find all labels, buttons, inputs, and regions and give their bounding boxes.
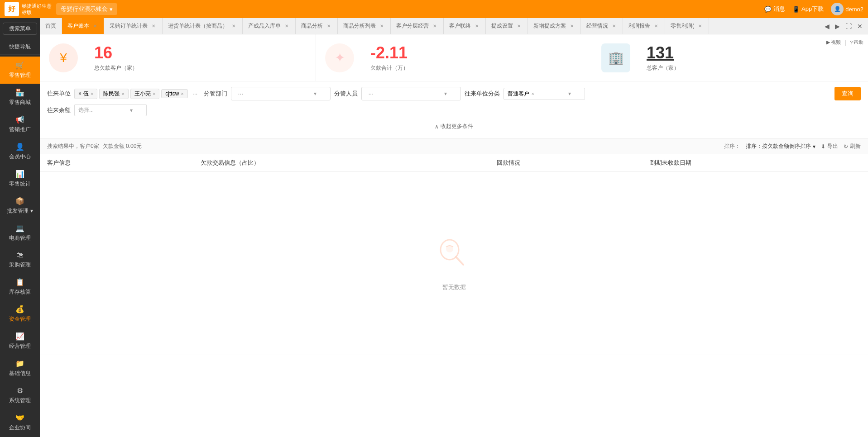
tab-close-icon[interactable]: ✕ <box>516 23 522 29</box>
video-help-button[interactable]: ▶ 视频 <box>826 39 841 46</box>
unit-class-tag[interactable]: 普通客户 × <box>508 90 534 98</box>
results-info: 搜索结果中，客户0家 欠款金额 0.00元 <box>47 142 142 150</box>
tab-expand-button[interactable]: ⛶ <box>844 21 854 32</box>
sidebar-item-label: 采购管理 <box>9 261 31 269</box>
sidebar-item-label: 经营管理 <box>9 342 31 350</box>
tab-customer-contact[interactable]: 客户联络 ✕ <box>444 18 486 34</box>
tab-profit-report[interactable]: 利润报告 ✕ <box>623 18 665 34</box>
sidebar-item-corp-coop[interactable]: 🤝 企业协同 <box>0 409 40 436</box>
filter-row-2: 往来余额 选择... ▾ <box>47 104 861 116</box>
tab-close-icon[interactable]: ✕ <box>611 23 617 29</box>
sidebar-item-operation[interactable]: 📈 经营管理 <box>0 328 40 355</box>
sidebar-item-system[interactable]: ⚙ 系统管理 <box>0 382 40 409</box>
sidebar-item-label: 系统管理 <box>9 397 31 404</box>
remove-tag-chen[interactable]: × <box>121 91 124 96</box>
table-body: 暂无数据 <box>40 172 868 355</box>
logo-icon: 好 <box>5 2 19 16</box>
unit-class-filter-input[interactable]: 普通客户 × ▾ <box>504 88 585 100</box>
tab-new-scheme[interactable]: 新增提成方案 ✕ <box>528 18 581 34</box>
debt-amount-text: 欠款金额 0.00元 <box>103 142 142 150</box>
sidebar-item-purchase[interactable]: 🛍 采购管理 <box>0 247 40 273</box>
tab-close-icon[interactable]: ✕ <box>569 23 575 29</box>
filter-tag-wu[interactable]: × 伍 × <box>74 89 97 99</box>
col-repayment: 回款情况 <box>489 154 643 172</box>
sidebar-quick-nav[interactable]: 快捷导航 <box>0 39 40 55</box>
remove-tag-wang[interactable]: × <box>153 91 155 96</box>
sidebar-item-ecommerce[interactable]: 💻 电商管理 <box>0 219 40 247</box>
marketing-icon: 📢 <box>15 115 24 124</box>
tab-home[interactable]: 首页 <box>40 18 62 34</box>
sidebar-item-member[interactable]: 👤 会员中心 <box>0 138 40 165</box>
sidebar-search[interactable]: 搜索菜单 <box>0 18 40 39</box>
dropdown-arrow-icon: ▾ <box>110 6 113 13</box>
tab-inventory-stats[interactable]: 进货单统计表（按商品） ✕ <box>163 18 243 34</box>
sidebar-item-retail-mall[interactable]: 🏪 零售商城 <box>0 84 40 111</box>
edition-selector[interactable]: 母婴行业演示账套 ▾ <box>56 3 117 15</box>
filter-more-button[interactable]: ··· <box>190 89 201 98</box>
filter-tag-chen[interactable]: 陈民强 × <box>99 89 128 99</box>
filter-tag-cjttcw[interactable]: cjttcw × <box>161 89 187 98</box>
export-button[interactable]: ⬇ 导出 <box>821 142 838 150</box>
sort-label: 排序：按欠款金额倒序排序 <box>746 142 811 150</box>
tab-close-icon[interactable]: ✕ <box>326 23 332 29</box>
person-filter-input[interactable]: ··· ▾ <box>361 87 461 100</box>
sidebar-item-wholesale[interactable]: 📦 批发管理 ▾ <box>0 192 40 219</box>
message-icon: 💬 <box>764 6 772 13</box>
tab-next-button[interactable]: ▶ <box>833 21 842 32</box>
app-download-button[interactable]: 📱 App下载 <box>792 5 824 13</box>
sidebar-item-basic-info[interactable]: 📁 基础信息 <box>0 355 40 382</box>
balance-filter-label: 往来余额 <box>47 106 71 114</box>
empty-state: 暂无数据 <box>40 199 868 328</box>
message-button[interactable]: 💬 消息 <box>764 5 785 13</box>
col-customer-info: 客户信息 <box>40 154 193 172</box>
sidebar-item-finance[interactable]: 💰 资金管理 <box>0 300 40 328</box>
stat-block-customers: ¥ 16 总欠款客户（家） <box>40 34 316 81</box>
tab-close-all-button[interactable]: ✕ <box>855 21 864 32</box>
tab-close-icon[interactable]: ✕ <box>230 23 237 29</box>
refresh-button[interactable]: ↻ 刷新 <box>844 142 861 150</box>
query-button[interactable]: 查询 <box>834 87 861 100</box>
tab-close-icon[interactable]: ✕ <box>379 23 385 29</box>
sidebar-item-retail-mgmt[interactable]: 🛒 零售管理 <box>0 57 40 84</box>
stat-value-debt: -2.11 <box>370 43 408 62</box>
user-menu[interactable]: 👤 demo2 <box>831 3 863 15</box>
tab-cost-in[interactable]: 产成品入库单 ✕ <box>243 18 296 34</box>
tab-close-icon[interactable]: ✕ <box>283 23 290 29</box>
sidebar-item-marketing[interactable]: 📢 营销推广 <box>0 111 40 138</box>
balance-filter-input[interactable]: 选择... ▾ <box>74 104 147 116</box>
stat-text-group-2: -2.11 欠款合计（万） <box>370 43 408 72</box>
dept-filter-input[interactable]: ··· ▾ <box>231 87 331 100</box>
tab-reminder-settings[interactable]: 提成设置 ✕ <box>486 18 528 34</box>
tab-close-icon[interactable]: ✕ <box>697 23 703 29</box>
tab-purchase-order-stats[interactable]: 采购订单统计表 ✕ <box>104 18 163 34</box>
sidebar-item-retail-stats[interactable]: 📊 零售统计 <box>0 165 40 192</box>
sort-dropdown[interactable]: 排序：按欠款金额倒序排序 ▾ <box>746 142 815 150</box>
tab-prev-button[interactable]: ◀ <box>823 21 831 32</box>
video-icon: ▶ <box>826 39 830 45</box>
tab-customer-segment[interactable]: 客户分层经营 ✕ <box>391 18 444 34</box>
tab-close-icon[interactable]: ✕ <box>653 23 659 29</box>
tab-customer-account[interactable]: 客户账本 ✕ <box>62 18 104 34</box>
tab-goods-analysis-list[interactable]: 商品分析列表 ✕ <box>338 18 391 34</box>
sidebar: 搜索菜单 快捷导航 🛒 零售管理 🏪 零售商城 📢 营销推广 👤 会员中心 📊 <box>0 18 40 437</box>
filter-tag-wang[interactable]: 王小亮 × <box>130 89 159 99</box>
ecommerce-icon: 💻 <box>15 224 24 233</box>
sidebar-item-label: 基础信息 <box>9 370 31 377</box>
tab-close-icon[interactable]: ✕ <box>432 23 438 29</box>
remove-tag-wu[interactable]: × <box>91 91 93 96</box>
tab-goods-analysis[interactable]: 商品分析 ✕ <box>296 18 338 34</box>
tab-close-icon[interactable]: ✕ <box>150 23 157 29</box>
sidebar-item-label: 库存核算 <box>9 288 31 296</box>
sidebar-item-inventory[interactable]: 📋 库存核算 <box>0 273 40 300</box>
tab-retail-profit[interactable]: 零售利润( ✕ <box>665 18 709 34</box>
remove-tag-cjttcw[interactable]: × <box>181 91 183 96</box>
help-button[interactable]: ? 帮助 <box>850 39 863 46</box>
tab-operation-status[interactable]: 经营情况 ✕ <box>581 18 623 34</box>
search-menu-button[interactable]: 搜索菜单 <box>3 23 37 35</box>
collapse-button[interactable]: ∧ 收起更多条件 <box>432 120 476 133</box>
sidebar-item-label: 零售管理 <box>9 71 31 79</box>
remove-unit-class-tag[interactable]: × <box>531 91 534 96</box>
empty-state-cell: 暂无数据 <box>40 172 868 355</box>
tab-close-icon[interactable]: ✕ <box>92 23 98 29</box>
tab-close-icon[interactable]: ✕ <box>474 23 480 29</box>
